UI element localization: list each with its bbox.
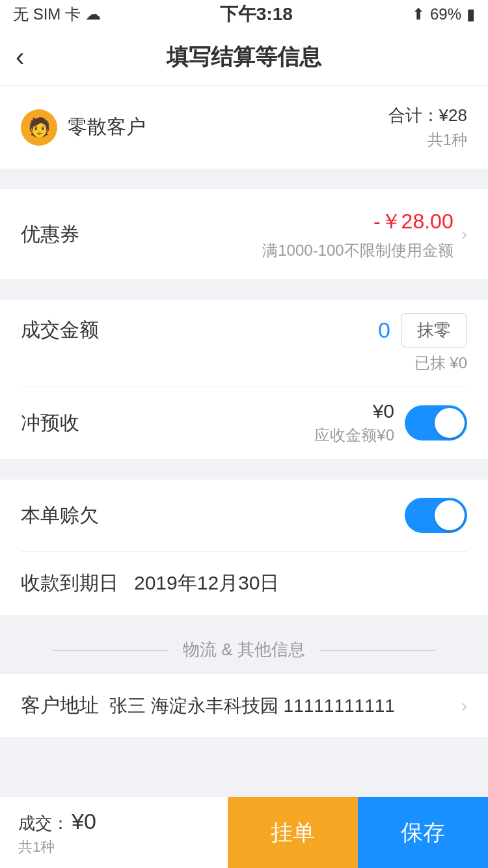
nav-bar: ‹ 填写结算等信息 — [0, 29, 488, 86]
due-date-row: 收款到期日 2019年12月30日 — [0, 552, 488, 615]
coupon-amount: -￥28.00 — [262, 208, 453, 236]
coupon-desc: 满1000-100不限制使用金额 — [262, 240, 453, 261]
coupon-right-col: -￥28.00 满1000-100不限制使用金额 — [262, 208, 453, 261]
credit-row: 本单赊欠 — [0, 480, 488, 551]
status-left: 无 SIM 卡 ☁ — [13, 4, 101, 25]
deal-sub: 已抹 ¥0 — [21, 353, 467, 373]
customer-right: 合计：¥28 共1种 — [388, 104, 467, 150]
pre-receive-toggle[interactable] — [405, 405, 467, 441]
logistics-section-header: 物流 & 其他信息 — [0, 625, 488, 674]
page-title: 填写结算等信息 — [167, 42, 321, 72]
due-date-label: 收款到期日 — [21, 570, 118, 597]
pre-sub-amount: 应收金额¥0 — [314, 425, 394, 446]
address-card: 客户地址 张三 海淀永丰科技园 11111111111 › — [0, 674, 488, 737]
status-right: ⬆ 69% ▮ — [412, 5, 475, 23]
address-label: 客户地址 — [21, 692, 99, 719]
customer-name: 零散客户 — [68, 114, 146, 141]
avatar: 🧑 — [21, 109, 57, 146]
bottom-deal-row: 成交： ¥0 — [18, 809, 210, 835]
address-row[interactable]: 客户地址 张三 海淀永丰科技园 11111111111 › — [0, 674, 488, 737]
pre-main-amount: ¥0 — [314, 400, 394, 422]
bottom-bar: 成交： ¥0 共1种 挂单 保存 — [0, 796, 488, 868]
due-date-value: 2019年12月30日 — [134, 570, 279, 597]
pre-receive-label: 冲预收 — [21, 410, 79, 437]
deal-card: 成交金额 0 抹零 已抹 ¥0 冲预收 ¥0 应收金额¥0 — [0, 300, 488, 459]
battery-icon: ⬆ — [412, 5, 425, 23]
deal-top: 成交金额 0 抹零 — [21, 313, 467, 347]
coupon-right: -￥28.00 满1000-100不限制使用金额 › — [262, 208, 467, 261]
deal-value[interactable]: 0 — [378, 318, 390, 343]
pre-receive-row: 冲预收 ¥0 应收金额¥0 — [0, 387, 488, 459]
save-button[interactable]: 保存 — [358, 797, 488, 869]
round-zero-button[interactable]: 抹零 — [401, 313, 467, 347]
content: 🧑 零散客户 合计：¥28 共1种 优惠券 -￥28.00 满1000-100不… — [0, 86, 488, 826]
bottom-deal-value: ¥0 — [72, 809, 96, 834]
hang-order-button[interactable]: 挂单 — [228, 797, 358, 869]
back-icon: ‹ — [16, 42, 24, 71]
status-bar: 无 SIM 卡 ☁ 下午3:18 ⬆ 69% ▮ — [0, 0, 488, 29]
customer-row: 🧑 零散客户 合计：¥28 共1种 — [0, 86, 488, 169]
bottom-count: 共1种 — [18, 837, 210, 857]
deal-row: 成交金额 0 抹零 已抹 ¥0 — [0, 300, 488, 387]
customer-card: 🧑 零散客户 合计：¥28 共1种 — [0, 86, 488, 169]
credit-toggle-knob — [435, 500, 465, 530]
deal-label: 成交金额 — [21, 317, 99, 344]
back-button[interactable]: ‹ — [16, 42, 24, 72]
avatar-icon: 🧑 — [28, 116, 51, 138]
total-amount: 合计：¥28 — [388, 104, 467, 127]
credit-toggle[interactable] — [405, 498, 467, 533]
coupon-card: 优惠券 -￥28.00 满1000-100不限制使用金额 › — [0, 189, 488, 279]
pre-amounts: ¥0 应收金额¥0 — [314, 400, 394, 446]
coupon-label: 优惠券 — [21, 221, 79, 248]
bottom-deal-label: 成交： — [18, 812, 69, 835]
sim-status: 无 SIM 卡 ☁ — [13, 4, 101, 25]
battery-bar: ▮ — [467, 5, 475, 23]
address-chevron-icon: › — [461, 696, 467, 716]
coupon-row[interactable]: 优惠券 -￥28.00 满1000-100不限制使用金额 › — [0, 189, 488, 279]
address-value: 张三 海淀永丰科技园 11111111111 — [109, 694, 461, 718]
customer-left: 🧑 零散客户 — [21, 109, 146, 146]
section-header-text: 物流 & 其他信息 — [183, 640, 305, 659]
total-count: 共1种 — [388, 129, 467, 150]
credit-card: 本单赊欠 收款到期日 2019年12月30日 — [0, 480, 488, 615]
toggle-knob — [435, 408, 465, 438]
battery-level: 69% — [430, 5, 461, 23]
status-time: 下午3:18 — [220, 2, 293, 27]
bottom-info: 成交： ¥0 共1种 — [0, 809, 228, 857]
pre-right: ¥0 应收金额¥0 — [314, 400, 467, 446]
chevron-right-icon: › — [461, 224, 467, 245]
credit-label: 本单赊欠 — [21, 502, 99, 529]
